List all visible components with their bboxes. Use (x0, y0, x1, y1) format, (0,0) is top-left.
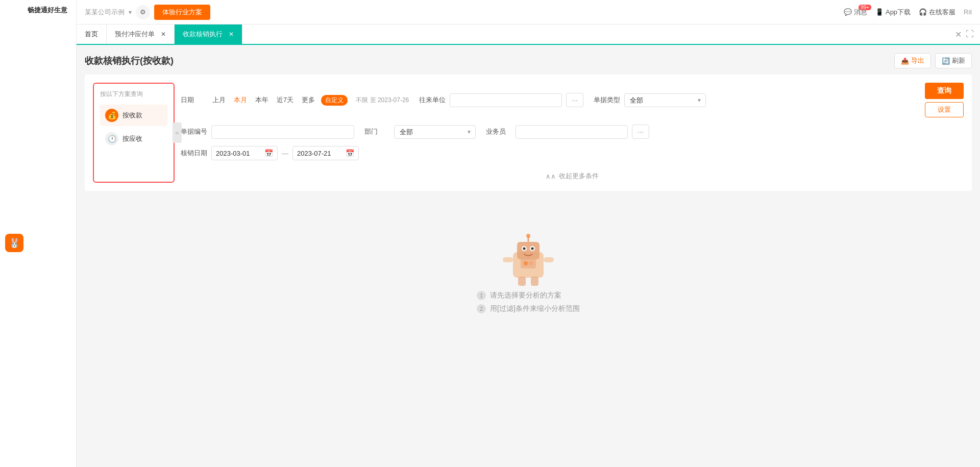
date-opt-this-month[interactable]: 本月 (232, 94, 249, 106)
bill-type-select-wrap: 全部 收款单 退款单 (624, 93, 706, 107)
dept-field: 部门 全部 (364, 125, 476, 139)
verify-date-label: 核销日期 (181, 149, 207, 158)
verify-date-to[interactable]: 2023-07-21 📅 (292, 146, 359, 160)
staff-label: 业务员 (486, 127, 511, 136)
calendar-from-icon: 📅 (264, 149, 273, 157)
close-all-icon[interactable]: ✕ (955, 30, 962, 39)
app-name: 畅捷通好生意 (28, 6, 67, 467)
date-unlimited: 不限 至 2023-07-26 (356, 96, 409, 105)
query-btn[interactable]: 查询 (925, 83, 964, 99)
export-icon: 📤 (901, 57, 909, 65)
tip-item-2: 2 用[过滤]条件来缩小分析范围 (477, 304, 580, 313)
staff-field: 业务员 ··· (486, 125, 649, 139)
page-header: 收款核销执行(按收款) 📤 导出 🔄 刷新 (85, 53, 972, 68)
tabbar-actions: ✕ ⛶ (949, 24, 980, 44)
dept-select-wrap: 全部 (394, 125, 476, 139)
staff-input[interactable] (516, 125, 628, 139)
receipt-icon: 💰 (105, 109, 118, 122)
date-range-separator: — (282, 150, 288, 157)
tab-receipt-cancel[interactable]: 收款核销执行 ✕ (175, 24, 242, 44)
verify-date-range: 2023-03-01 📅 — 2023-07-21 📅 (211, 146, 359, 160)
svg-point-14 (529, 261, 533, 265)
topbar-left: 某某公司示例 ▾ ⚙ 体验行业方案 (85, 5, 838, 20)
counterpart-field: 往来单位 ··· (419, 93, 583, 107)
filter-option-by-receivable[interactable]: 🕐 按应收 (100, 128, 167, 150)
settings-btn[interactable]: 设置 (925, 102, 964, 117)
verify-date-field: 核销日期 2023-03-01 📅 — 2023-07-21 📅 (181, 146, 359, 160)
chevron-down-icon[interactable]: ▾ (129, 9, 132, 16)
filter-row-2: 单据编号 部门 全部 业务员 ··· (181, 125, 964, 139)
tab-receipt-cancel-close[interactable]: ✕ (229, 31, 234, 38)
calendar-to-icon: 📅 (346, 149, 354, 157)
page-actions: 📤 导出 🔄 刷新 (894, 53, 972, 68)
date-opt-7days[interactable]: 近7天 (275, 94, 296, 106)
refresh-btn[interactable]: 🔄 刷新 (935, 53, 972, 68)
svg-point-7 (526, 234, 530, 238)
collapse-more-btn[interactable]: ∧∧ 收起更多条件 (181, 167, 964, 183)
filter-row-1: 日期 上月 本月 本年 近7天 更多 自定义 不限 至 20 (181, 83, 964, 117)
page-title: 收款核销执行(按收款) (85, 55, 174, 67)
counterpart-dots-btn[interactable]: ··· (566, 93, 583, 107)
tab-prepay[interactable]: 预付冲应付单 ✕ (107, 24, 175, 44)
message-badge: 99+ (859, 5, 871, 10)
app-download-btn[interactable]: 📱 App下载 (875, 8, 911, 17)
tab-prepay-close[interactable]: ✕ (161, 31, 166, 38)
filter-fields: 日期 上月 本月 本年 近7天 更多 自定义 不限 至 20 (181, 83, 964, 183)
filter-scheme-title: 按以下方案查询 (100, 90, 167, 99)
expand-icon[interactable]: ⛶ (966, 30, 974, 39)
service-icon: 🎧 (919, 8, 927, 16)
filter-option-by-receipt[interactable]: 💰 按收款 (100, 105, 167, 126)
online-service-btn[interactable]: 🎧 在线客服 (919, 8, 955, 17)
tab-home[interactable]: 首页 (77, 24, 107, 44)
bill-no-field: 单据编号 (181, 125, 354, 139)
download-icon: 📱 (875, 8, 884, 16)
user-name: Rit (964, 8, 972, 16)
bill-type-label: 单据类型 (594, 95, 620, 105)
svg-rect-1 (517, 242, 540, 259)
svg-rect-9 (544, 257, 554, 262)
sidebar: 🐰 畅捷通好生意 标准版 🔍搜索菜单 🏠快捷导航 📢营销推广 💰销售管理 🛒采购… (0, 0, 77, 467)
svg-point-13 (524, 261, 528, 265)
content-area: 收款核销执行(按收款) 📤 导出 🔄 刷新 按以下方案查询 💰 按收款 (77, 45, 980, 467)
settings-gear-btn[interactable]: ⚙ (136, 5, 150, 19)
refresh-icon: 🔄 (942, 57, 950, 65)
message-btn[interactable]: 💬 消息 99+ (844, 8, 867, 17)
filter-collapse-btn[interactable]: ‹‹ (173, 122, 182, 143)
topbar: 某某公司示例 ▾ ⚙ 体验行业方案 💬 消息 99+ 📱 App下载 🎧 在线客… (77, 0, 980, 24)
dept-select[interactable]: 全部 (394, 125, 476, 139)
bill-type-select[interactable]: 全部 收款单 退款单 (624, 93, 706, 107)
date-opt-custom[interactable]: 自定义 (321, 95, 348, 106)
date-field: 日期 上月 本月 本年 近7天 更多 自定义 不限 至 20 (181, 94, 409, 106)
bill-no-input[interactable] (211, 125, 354, 139)
query-buttons: 查询 设置 (925, 83, 964, 117)
date-label: 日期 (181, 95, 206, 105)
tabbar: 首页 预付冲应付单 ✕ 收款核销执行 ✕ ✕ ⛶ (77, 24, 980, 45)
date-opt-more[interactable]: 更多 (300, 94, 317, 106)
dept-label: 部门 (364, 127, 390, 136)
svg-rect-12 (521, 258, 536, 268)
message-icon: 💬 (844, 8, 852, 16)
svg-rect-8 (503, 257, 513, 262)
counterpart-input[interactable] (450, 93, 562, 107)
logo-icon: 🐰 (5, 234, 23, 252)
filter-scheme-panel: 按以下方案查询 💰 按收款 🕐 按应收 ‹‹ (93, 83, 175, 183)
svg-rect-10 (518, 277, 526, 286)
export-btn[interactable]: 📤 导出 (894, 53, 931, 68)
date-opt-last-month[interactable]: 上月 (210, 94, 228, 106)
staff-dots-btn[interactable]: ··· (632, 125, 649, 139)
main-area: 某某公司示例 ▾ ⚙ 体验行业方案 💬 消息 99+ 📱 App下载 🎧 在线客… (77, 0, 980, 467)
date-options: 上月 本月 本年 近7天 更多 自定义 (210, 94, 348, 106)
industry-btn[interactable]: 体验行业方案 (154, 5, 210, 20)
receivable-icon: 🕐 (105, 132, 118, 145)
tip-item-1: 1 请先选择要分析的方案 (477, 291, 580, 300)
verify-date-from[interactable]: 2023-03-01 📅 (211, 146, 278, 160)
svg-point-5 (531, 248, 534, 250)
company-name: 某某公司示例 (85, 8, 125, 17)
filter-row-3: 核销日期 2023-03-01 📅 — 2023-07-21 📅 (181, 146, 964, 160)
empty-state: 1 请先选择要分析的方案 2 用[过滤]条件来缩小分析范围 (85, 191, 972, 354)
date-opt-this-year[interactable]: 本年 (253, 94, 271, 106)
counterpart-label: 往来单位 (419, 95, 446, 105)
app-logo: 🐰 畅捷通好生意 标准版 (0, 0, 76, 467)
svg-rect-11 (531, 277, 538, 286)
empty-robot-illustration (498, 232, 559, 283)
